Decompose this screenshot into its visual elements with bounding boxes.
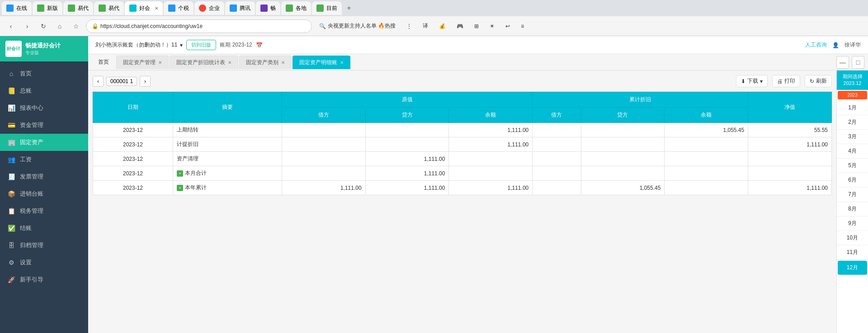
new-tab-button[interactable]: + [343, 2, 355, 14]
period-month[interactable]: 4月 [837, 144, 868, 159]
tab-maximize-button[interactable]: □ [852, 56, 864, 69]
browser-tab-tengxun[interactable]: 腾讯 [225, 1, 255, 15]
sidebar-header: 好会计 畅捷通好会计 专业版 [0, 36, 88, 61]
browser-tab-chang[interactable]: 畅 [256, 1, 280, 15]
cell-summary: +本年累计 [173, 181, 282, 195]
period-month[interactable]: 7月 [837, 188, 868, 202]
browser-tab-yidai2[interactable]: 易代 [94, 1, 124, 15]
tab-fixed-mgmt-close[interactable]: ✕ [158, 60, 162, 65]
ledger-next-button[interactable]: › [140, 76, 151, 87]
tab-depreciation-close[interactable]: ✕ [228, 60, 231, 65]
download-icon: ⬇ [741, 78, 745, 84]
cell-acc-balance: 1,055.45 [665, 123, 748, 137]
tab-detail[interactable]: 固定资产明细账 ✕ [292, 56, 350, 69]
tab-home[interactable]: 首页 [92, 56, 115, 69]
cell-orig-credit [365, 137, 449, 152]
th-accumulated: 累计折旧 [533, 92, 748, 108]
sidebar-item-payroll[interactable]: 👥 工资 [0, 151, 88, 168]
period-month[interactable]: 9月 [837, 216, 868, 231]
sidebar-item-label-fund: 资金管理 [20, 121, 43, 129]
table-row: 2023-12 +本年累计 1,111.00 1,111.00 1,111.00… [93, 181, 832, 195]
back-button[interactable]: ‹ [5, 20, 17, 33]
tab-category[interactable]: 固定资产类别 ✕ [239, 56, 292, 69]
period-month[interactable]: 10月 [837, 231, 868, 245]
page-tabs: 首页 固定资产管理 ✕ 固定资产折旧统计表 ✕ 固定资产类别 ✕ 固定资产明细账… [88, 54, 868, 70]
period-month[interactable]: 12月 [838, 261, 867, 275]
search-bar[interactable]: 🔍 央视更新主持人名单 🔥热搜 [316, 20, 399, 32]
tab-minimize-button[interactable]: — [836, 56, 849, 69]
guide-icon: 🚀 [7, 276, 15, 284]
dropdown-arrow-icon[interactable]: ▾ [180, 42, 183, 48]
browser-tab-haohao[interactable]: 好会 ✕ [125, 1, 163, 15]
tab-fixed-mgmt[interactable]: 固定资产管理 ✕ [116, 56, 169, 69]
sidebar-item-inventory[interactable]: 📦 进销台账 [0, 185, 88, 202]
theme-button[interactable]: ☀ [486, 21, 498, 31]
cell-acc-debit [533, 166, 581, 181]
download-button[interactable]: ⬇ 下载 ▾ [736, 75, 768, 87]
cell-orig-debit [282, 123, 365, 137]
browser-tab-geshui[interactable]: 个税 [164, 1, 193, 15]
period-month[interactable]: 3月 [837, 130, 868, 144]
sidebar-item-invoice[interactable]: 🧾 发票管理 [0, 168, 88, 185]
th-orig-debit: 借方 [282, 108, 365, 123]
browser-settings-button[interactable]: ≡ [517, 21, 528, 31]
browser-tab-gedi[interactable]: 各地 [281, 1, 311, 15]
browser-tab-yidai1[interactable]: 易代 [63, 1, 93, 15]
cell-acc-balance [665, 137, 748, 152]
period-panel: 期间选择 2023.12 2023 1月2月3月4月5月6月7月8月9月10月1… [836, 70, 868, 333]
period-month[interactable]: 5月 [837, 159, 868, 173]
wallet-button[interactable]: 💰 [435, 21, 449, 31]
browser-tab-xin[interactable]: 新版 [33, 1, 62, 15]
th-acc-balance: 余额 [665, 108, 748, 123]
calendar-icon: 📅 [256, 42, 263, 48]
cell-date: 2023-12 [93, 166, 173, 181]
sidebar-item-ledger[interactable]: 📒 总账 [0, 82, 88, 99]
sidebar-item-tax[interactable]: 📋 税务管理 [0, 202, 88, 220]
period-month[interactable]: 2月 [837, 115, 868, 130]
ledger-prev-button[interactable]: ‹ [93, 76, 104, 87]
cell-orig-debit: 1,111.00 [282, 181, 365, 195]
ai-consult-button[interactable]: 人工咨询 [805, 41, 827, 49]
undo-button[interactable]: ↩ [502, 21, 514, 31]
sidebar-item-home[interactable]: ⌂ 首页 [0, 65, 88, 82]
browser-tab-zaixian[interactable]: 在线 [2, 1, 32, 15]
cell-date: 2023-12 [93, 181, 173, 195]
grid-button[interactable]: ⊞ [471, 21, 482, 31]
period-month[interactable]: 1月 [837, 101, 868, 115]
tab-depreciation[interactable]: 固定资产折旧统计表 ✕ [170, 56, 238, 69]
period-month[interactable]: 8月 [837, 202, 868, 216]
sidebar-item-fund[interactable]: 💳 资金管理 [0, 117, 88, 134]
sidebar-item-label-home: 首页 [20, 70, 32, 78]
bookmark-button[interactable]: ☆ [70, 20, 82, 33]
th-acc-debit: 借方 [533, 108, 581, 123]
browser-tab-qiye[interactable]: 企业 [194, 1, 224, 15]
reload-button[interactable]: ↻ [37, 20, 50, 33]
sidebar-item-archive[interactable]: 🗄 归档管理 [0, 237, 88, 254]
sidebar-item-settle[interactable]: ✅ 结账 [0, 220, 88, 237]
browser-tab-mubiao[interactable]: 目前 [312, 1, 342, 15]
forward-button[interactable]: › [21, 20, 33, 33]
browser-tab-close-haohao[interactable]: ✕ [155, 6, 158, 11]
cell-acc-debit [533, 181, 581, 195]
tab-detail-close[interactable]: ✕ [340, 60, 344, 65]
sidebar-item-report[interactable]: 📊 报表中心 [0, 99, 88, 117]
refresh-button[interactable]: ↻ 刷新 [805, 75, 832, 87]
translate-button[interactable]: 译 [419, 20, 432, 32]
browser-menu[interactable]: ⋮ [403, 21, 415, 31]
sidebar-item-guide[interactable]: 🚀 新手引导 [0, 271, 88, 288]
period-month[interactable]: 11月 [837, 245, 868, 260]
tab-category-close[interactable]: ✕ [281, 60, 285, 65]
cell-acc-credit [581, 152, 665, 166]
print-button[interactable]: 🖨 打印 [772, 75, 800, 87]
sidebar-item-fixed[interactable]: 🏢 固定资产 [0, 134, 88, 151]
period-year-badge[interactable]: 2023 [838, 91, 867, 100]
sidebar-item-settings[interactable]: ⚙ 设置 [0, 254, 88, 271]
sidebar-item-label-inventory: 进销台账 [20, 190, 43, 198]
home-button[interactable]: ⌂ [53, 20, 66, 33]
switch-version-button[interactable]: 切到旧版 [186, 40, 216, 50]
address-input[interactable]: 🔒 https://cloud.chanjet.com/accounting/u… [86, 19, 312, 33]
game-button[interactable]: 🎮 [453, 21, 467, 31]
period-month[interactable]: 6月 [837, 173, 868, 188]
sidebar-logo: 好会计 [5, 41, 22, 57]
sidebar-item-label-fixed: 固定资产 [20, 138, 43, 146]
